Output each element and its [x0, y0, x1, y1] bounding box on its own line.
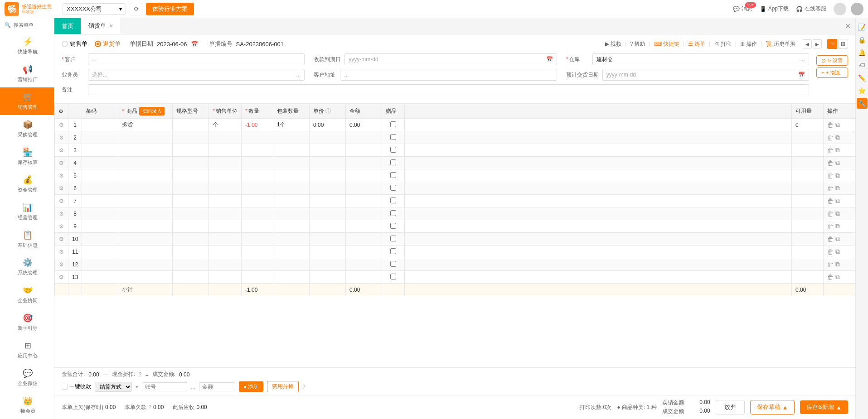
row-gear-icon[interactable]: ⚙	[59, 211, 64, 217]
prev-record-button[interactable]: ◀	[803, 39, 812, 48]
settlement-method-select[interactable]: 结算方式	[95, 382, 132, 392]
sidebar-item-wechat[interactable]: 💬 企业微信	[0, 364, 54, 391]
right-tool-bell[interactable]: 🔔	[857, 47, 868, 58]
gift-checkbox[interactable]	[390, 134, 396, 140]
sidebar-item-system[interactable]: ⚙️ 系统管理	[0, 253, 54, 281]
sidebar-item-marketing[interactable]: 📢 营销推广	[0, 60, 54, 87]
gift-checkbox[interactable]	[390, 147, 396, 153]
row-gear-icon[interactable]: ⚙	[59, 261, 64, 268]
gift-checkbox[interactable]	[390, 159, 396, 165]
right-tool-tag[interactable]: 🏷	[857, 60, 868, 71]
delete-row-icon[interactable]: 🗑	[827, 274, 834, 281]
save-draft-button[interactable]: 保存草稿 ▲	[750, 400, 795, 414]
row-gear-icon[interactable]: ⚙	[59, 135, 64, 141]
row-gear-icon[interactable]: ⚙	[59, 223, 64, 230]
right-tool-edit[interactable]: ✏️	[857, 72, 868, 83]
row-gear-icon[interactable]: ⚙	[59, 274, 64, 280]
row-gear-icon[interactable]: ⚙	[59, 147, 64, 154]
gift-checkbox[interactable]	[390, 248, 396, 254]
delete-row-icon[interactable]: 🗑	[827, 261, 834, 268]
copy-row-icon[interactable]: ⧉	[835, 121, 840, 129]
row-gear-icon[interactable]: ⚙	[59, 185, 64, 192]
row-gear-icon[interactable]: ⚙	[59, 160, 64, 166]
copy-row-icon[interactable]: ⧉	[835, 172, 840, 179]
settings-button[interactable]: ⚙	[130, 3, 142, 15]
history-button[interactable]: 📜 历史单据	[766, 40, 795, 48]
copy-row-icon[interactable]: ⧉	[835, 260, 840, 268]
tab-sales-order[interactable]: 销货单 ✕	[81, 18, 121, 34]
delete-row-icon[interactable]: 🗑	[827, 121, 834, 129]
copy-row-icon[interactable]: ⧉	[835, 235, 840, 243]
logistics-btn[interactable]: + + 物流	[816, 67, 848, 78]
avatar-extra[interactable]	[851, 3, 863, 15]
sidebar-search[interactable]: 🔍 搜索菜单	[0, 18, 54, 32]
fee-split-button[interactable]: 费用分摊	[267, 381, 299, 392]
gift-checkbox[interactable]	[390, 185, 396, 191]
list-view-button[interactable]: ≡	[827, 39, 837, 49]
warehouse-input[interactable]: 建材仓 ...	[592, 53, 809, 65]
right-tool-lock[interactable]: 🔒	[857, 34, 868, 45]
copy-row-icon[interactable]: ⧉	[835, 159, 840, 167]
print-button[interactable]: 🖨 打印	[714, 40, 732, 48]
row-gear-icon[interactable]: ⚙	[59, 236, 64, 242]
delete-row-icon[interactable]: 🗑	[827, 197, 834, 205]
copy-row-icon[interactable]: ⧉	[835, 273, 840, 281]
right-tool-note[interactable]: 📝	[857, 22, 868, 33]
right-tool-active[interactable]: 🔧	[857, 98, 868, 109]
gift-checkbox[interactable]	[390, 261, 396, 267]
row-gear-icon[interactable]: ⚙	[59, 173, 64, 179]
copy-row-icon[interactable]: ⧉	[835, 248, 840, 255]
customer-addr-input[interactable]: ...	[340, 69, 557, 81]
add-button[interactable]: ● 添加	[239, 381, 263, 392]
copy-row-icon[interactable]: ⧉	[835, 222, 840, 230]
radio-sales-order[interactable]: 销售单	[62, 40, 87, 48]
sidebar-item-finance[interactable]: 💰 资金管理	[0, 170, 54, 198]
delete-row-icon[interactable]: 🗑	[827, 147, 834, 154]
abandon-button[interactable]: 放弃	[716, 400, 745, 414]
radio-return-order[interactable]: 退货单	[95, 40, 121, 48]
sidebar-item-quick-nav[interactable]: ⚡ 快捷导航	[0, 32, 54, 60]
window-close-icon[interactable]: ✕	[845, 22, 851, 30]
choose-button[interactable]: ☰ 选单	[688, 40, 705, 48]
gift-checkbox[interactable]	[390, 197, 396, 203]
settings-btn[interactable]: ⊙ ⊙ 设置	[816, 55, 848, 66]
one-key-collect-checkbox[interactable]: 一键收款	[62, 383, 91, 390]
sidebar-item-collab[interactable]: 🤝 企业协同	[0, 281, 54, 308]
delete-row-icon[interactable]: 🗑	[827, 134, 834, 141]
next-record-button[interactable]: ▶	[813, 39, 822, 48]
actions-button[interactable]: ⊕ 操作	[740, 40, 757, 48]
delete-row-icon[interactable]: 🗑	[827, 185, 834, 192]
shortkey-button[interactable]: ⌨ 快捷键	[654, 40, 679, 48]
trial-button[interactable]: 体验行业方案	[146, 3, 194, 15]
delete-row-icon[interactable]: 🗑	[827, 248, 834, 255]
calendar-icon[interactable]: 📅	[191, 41, 198, 48]
row-gear-icon[interactable]: ⚙	[59, 122, 64, 128]
gift-checkbox[interactable]	[390, 172, 396, 178]
row-gear-icon[interactable]: ⚙	[59, 198, 64, 204]
fee-help-icon[interactable]: ?	[302, 384, 305, 390]
delete-row-icon[interactable]: 🗑	[827, 236, 834, 243]
sidebar-item-appstore[interactable]: ⊞ 应用中心	[0, 336, 54, 364]
gift-checkbox[interactable]	[390, 274, 396, 279]
online-service-button[interactable]: 🎧 在线客服	[796, 5, 826, 13]
video-button[interactable]: ▶ 视频	[605, 40, 621, 48]
gift-checkbox[interactable]	[390, 121, 396, 127]
scan-button[interactable]: 扫码录入	[139, 107, 165, 116]
tab-close-icon[interactable]: ✕	[109, 23, 113, 29]
sidebar-item-purchase[interactable]: 📦 采购管理	[0, 115, 54, 143]
sidebar-item-operation[interactable]: 📊 经营管理	[0, 198, 54, 226]
sidebar-item-inventory[interactable]: 🏪 库存核算	[0, 143, 54, 170]
copy-row-icon[interactable]: ⧉	[835, 134, 840, 141]
delete-row-icon[interactable]: 🗑	[827, 210, 834, 217]
grid-view-button[interactable]: ⊞	[838, 39, 848, 49]
sidebar-item-sales[interactable]: 🛒 销售管理	[0, 87, 54, 115]
tab-home[interactable]: 首页	[54, 18, 81, 34]
gift-checkbox[interactable]	[390, 223, 396, 229]
copy-row-icon[interactable]: ⧉	[835, 146, 840, 154]
save-new-button[interactable]: 保存&新增 ▲	[800, 400, 848, 414]
help-button[interactable]: ? 帮助	[630, 40, 645, 48]
delete-row-icon[interactable]: 🗑	[827, 172, 834, 179]
message-button[interactable]: 💬 消息 99+	[733, 5, 752, 13]
row-gear-icon[interactable]: ⚙	[59, 249, 64, 255]
gear-col-icon[interactable]: ⚙	[58, 108, 63, 115]
